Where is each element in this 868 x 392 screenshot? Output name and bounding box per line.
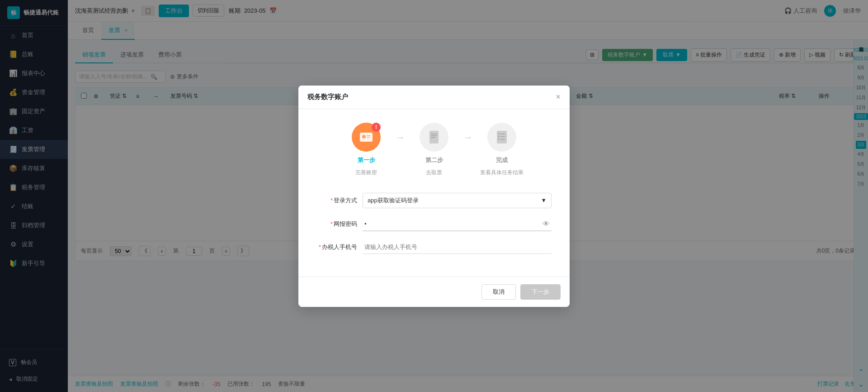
svg-rect-6 [431,135,437,136]
step-1-badge: ! [372,123,381,132]
tax-digital-dialog: 税务数字账户 × ! [298,86,570,307]
step-2-label: 第二步 [425,156,443,164]
phone-row: 办税人手机号 [316,240,552,254]
dialog-title: 税务数字账户 [307,93,348,101]
svg-rect-2 [367,135,371,136]
password-row: 网报密码 👁 [316,217,552,231]
svg-rect-5 [431,134,437,134]
step-3-icon-wrap [487,123,516,152]
phone-label: 办税人手机号 [316,243,357,251]
dialog-body: ! 第一步 完善账密 → 第 [298,109,570,277]
step-arrow-2: → [463,123,473,143]
login-method-row: 登录方式 app获取验证码登录 ▼ [316,193,552,208]
password-label: 网报密码 [316,220,357,228]
svg-rect-12 [500,136,505,137]
svg-rect-10 [500,134,505,134]
svg-rect-13 [498,139,500,140]
step-2: 第二步 去取票 [407,123,461,177]
step-2-sublabel: 去取票 [426,169,442,177]
step-1-sublabel: 完善账密 [355,169,377,177]
dialog-overlay: 税务数字账户 × ! [0,0,868,392]
login-method-label: 登录方式 [316,196,357,205]
person-card-icon [358,129,374,145]
password-input[interactable] [363,217,552,231]
phone-input[interactable] [363,240,552,254]
cancel-button[interactable]: 取消 [481,284,516,300]
document-icon [426,129,442,145]
select-chevron-icon: ▼ [541,197,547,204]
svg-rect-14 [500,139,505,140]
step-1-icon-wrap: ! [352,123,381,152]
login-method-select[interactable]: app获取验证码登录 ▼ [363,193,552,208]
steps-indicator: ! 第一步 完善账密 → 第 [316,123,552,177]
svg-rect-0 [360,133,373,142]
dialog-header: 税务数字账户 × [298,86,570,109]
step-arrow-1: → [395,123,405,143]
checklist-icon [494,129,510,145]
step-1-label: 第一步 [358,156,375,164]
login-method-value: app获取验证码登录 [368,196,419,205]
dialog-footer: 取消 下一步 [298,277,570,307]
password-input-wrap: 👁 [363,217,552,231]
step-3-sublabel: 查看具体任务结果 [480,169,524,177]
svg-rect-9 [498,133,500,134]
step-3: 完成 查看具体任务结果 [475,123,529,177]
svg-point-1 [362,135,366,139]
step-1: ! 第一步 完善账密 [339,123,393,177]
password-eye-icon[interactable]: 👁 [542,220,550,228]
svg-rect-11 [498,136,500,137]
step-2-icon-wrap [420,123,448,152]
next-button[interactable]: 下一步 [520,284,561,300]
step-3-label: 完成 [496,156,508,164]
dialog-close-btn[interactable]: × [556,93,561,101]
svg-rect-3 [367,137,370,138]
svg-rect-7 [431,137,435,138]
